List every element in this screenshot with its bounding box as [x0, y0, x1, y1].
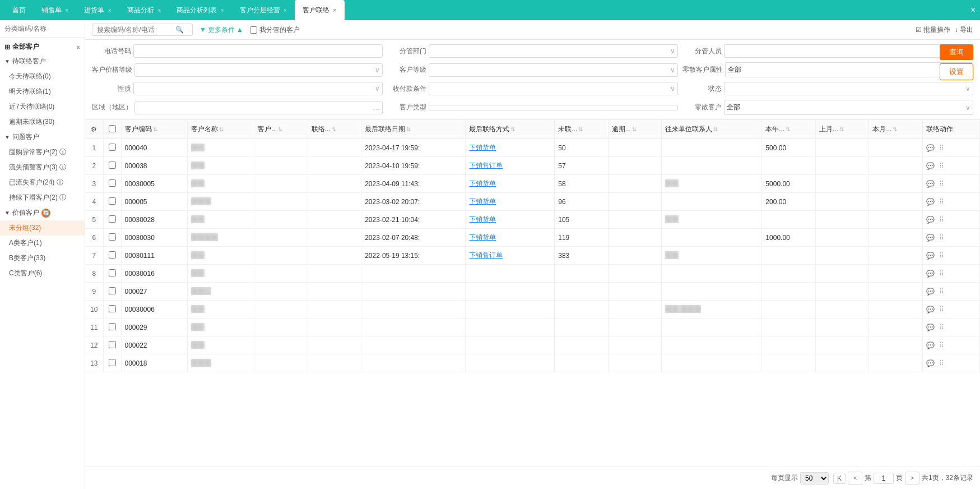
sidebar-item-tomorrow[interactable]: 明天待联络(1)	[0, 84, 85, 99]
zero-retail-select[interactable]: 全部 ∨	[725, 62, 973, 77]
sidebar-item-b-class[interactable]: B类客户(33)	[0, 251, 85, 266]
close-customer-contact[interactable]: ×	[333, 7, 336, 13]
contact-way-link[interactable]: 下销货单	[469, 179, 496, 187]
td-checkbox[interactable]	[103, 229, 121, 247]
phone-input[interactable]	[133, 44, 383, 58]
close-purchase-order[interactable]: ×	[108, 7, 111, 13]
more-icon[interactable]: ⠿	[939, 342, 944, 349]
row-checkbox[interactable]	[109, 341, 116, 348]
row-checkbox[interactable]	[109, 269, 116, 276]
row-checkbox[interactable]	[109, 197, 116, 205]
all-customers-section[interactable]: ⊞ 全部客户 «	[0, 38, 85, 54]
settings-icon[interactable]: ⚙	[91, 126, 97, 133]
message-icon[interactable]: 💬	[926, 306, 935, 313]
reset-button[interactable]: 设置	[940, 63, 973, 80]
price-level-select[interactable]: ∨	[134, 63, 383, 77]
message-icon[interactable]: 💬	[926, 180, 935, 188]
more-conditions-btn[interactable]: ▼ 更多条件 ▲	[199, 25, 243, 35]
group-problem-customers[interactable]: ▼ 问题客户	[0, 130, 85, 145]
zero-cust-select[interactable]: 全部 ∨	[724, 100, 973, 115]
message-icon[interactable]: 💬	[926, 234, 935, 242]
more-icon[interactable]: ⠿	[939, 306, 944, 313]
message-icon[interactable]: 💬	[926, 342, 935, 349]
page-size-select[interactable]: 50 100 200	[800, 472, 829, 485]
first-page-btn[interactable]: K	[833, 473, 846, 484]
more-icon[interactable]: ⠿	[939, 324, 944, 331]
query-button[interactable]: 查询	[940, 44, 973, 60]
sidebar-item-c-class[interactable]: C类客户(6)	[0, 266, 85, 281]
group-pending-contact[interactable]: ▼ 待联络客户	[0, 54, 85, 69]
td-checkbox[interactable]	[103, 265, 121, 283]
contact-way-link[interactable]: 下销货单	[469, 215, 496, 223]
sidebar-item-churned[interactable]: 已流失客户(24) ⓘ	[0, 175, 85, 190]
contact-way-link[interactable]: 下销货单	[469, 233, 496, 241]
td-checkbox[interactable]	[103, 211, 121, 229]
tab-customer-contact[interactable]: 客户联络 ×	[295, 0, 344, 20]
region-select[interactable]: …	[134, 101, 383, 114]
sidebar-item-a-class[interactable]: A类客户(1)	[0, 236, 85, 251]
message-icon[interactable]: 💬	[926, 359, 935, 367]
row-checkbox[interactable]	[109, 144, 116, 151]
message-icon[interactable]: 💬	[926, 144, 935, 152]
tab-purchase-order[interactable]: 进货单 ×	[76, 0, 119, 20]
more-icon[interactable]: ⠿	[939, 180, 944, 188]
row-checkbox[interactable]	[109, 305, 116, 312]
td-checkbox[interactable]	[103, 301, 121, 319]
message-icon[interactable]: 💬	[926, 252, 935, 260]
tab-sales-order[interactable]: 销售单 ×	[34, 0, 76, 20]
message-icon[interactable]: 💬	[926, 324, 935, 331]
more-icon[interactable]: ⠿	[939, 198, 944, 206]
tab-product-analysis-list[interactable]: 商品分析列表 ×	[169, 0, 231, 20]
td-checkbox[interactable]	[103, 354, 121, 372]
td-checkbox[interactable]	[103, 193, 121, 211]
select-all-checkbox[interactable]	[109, 125, 116, 132]
message-icon[interactable]: 💬	[926, 162, 935, 170]
nav-close-icon[interactable]: ×	[970, 5, 976, 15]
contact-way-link[interactable]: 下销售订单	[469, 162, 503, 169]
cust-level-select[interactable]: ∨	[429, 63, 678, 77]
more-icon[interactable]: ⠿	[939, 162, 944, 170]
more-icon[interactable]: ⠿	[939, 234, 944, 242]
message-icon[interactable]: 💬	[926, 270, 935, 278]
close-product-analysis-list[interactable]: ×	[220, 7, 224, 13]
my-customers-check[interactable]: 我分管的客户	[250, 25, 300, 35]
td-checkbox[interactable]	[103, 247, 121, 265]
row-checkbox[interactable]	[109, 251, 116, 259]
row-checkbox[interactable]	[109, 359, 116, 366]
td-checkbox[interactable]	[103, 319, 121, 336]
th-checkbox[interactable]	[103, 120, 121, 139]
sidebar-item-abnormal[interactable]: 囤购异常客户(2) ⓘ	[0, 145, 85, 160]
sidebar-item-ungrouped[interactable]: 未分组(32)	[0, 220, 85, 236]
td-checkbox[interactable]	[103, 157, 121, 175]
td-checkbox[interactable]	[103, 336, 121, 354]
row-checkbox[interactable]	[109, 215, 116, 223]
prev-page-btn[interactable]: ＜	[848, 472, 862, 485]
next-page-btn[interactable]: ＞	[905, 472, 919, 485]
row-checkbox[interactable]	[109, 287, 116, 294]
export-btn[interactable]: ↓ 导出	[955, 25, 973, 35]
more-icon[interactable]: ⠿	[939, 216, 944, 224]
page-number-input[interactable]	[874, 473, 894, 484]
message-icon[interactable]: 💬	[926, 288, 935, 296]
row-checkbox[interactable]	[109, 179, 116, 187]
payment-select[interactable]: ∨	[429, 82, 678, 95]
close-customer-tier[interactable]: ×	[284, 7, 287, 13]
more-icon[interactable]: ⠿	[939, 359, 944, 367]
sidebar-item-7days[interactable]: 近7天待联络(0)	[0, 99, 85, 114]
sidebar-item-today[interactable]: 今天待联络(0)	[0, 69, 85, 84]
message-icon[interactable]: 💬	[926, 198, 935, 206]
my-customers-checkbox[interactable]	[250, 26, 257, 34]
tab-customer-tier[interactable]: 客户分层经营 ×	[232, 0, 295, 20]
close-product-analysis[interactable]: ×	[157, 7, 161, 13]
status-select[interactable]: ∨	[724, 82, 973, 95]
batch-ops-btn[interactable]: ☑ 批量操作	[916, 25, 950, 35]
filter-search-box[interactable]: 🔍	[92, 24, 193, 36]
contact-way-link[interactable]: 下销货单	[469, 144, 496, 151]
message-icon[interactable]: 💬	[926, 216, 935, 224]
cust-type-select[interactable]	[429, 105, 678, 110]
sidebar-item-churn-warning[interactable]: 流失预警客户(3) ⓘ	[0, 160, 85, 175]
sidebar-item-declining[interactable]: 持续下滑客户(2) ⓘ	[0, 190, 85, 205]
sidebar-item-overdue[interactable]: 逾期未联络(30)	[0, 114, 85, 130]
more-icon[interactable]: ⠿	[939, 252, 944, 260]
row-checkbox[interactable]	[109, 162, 116, 169]
